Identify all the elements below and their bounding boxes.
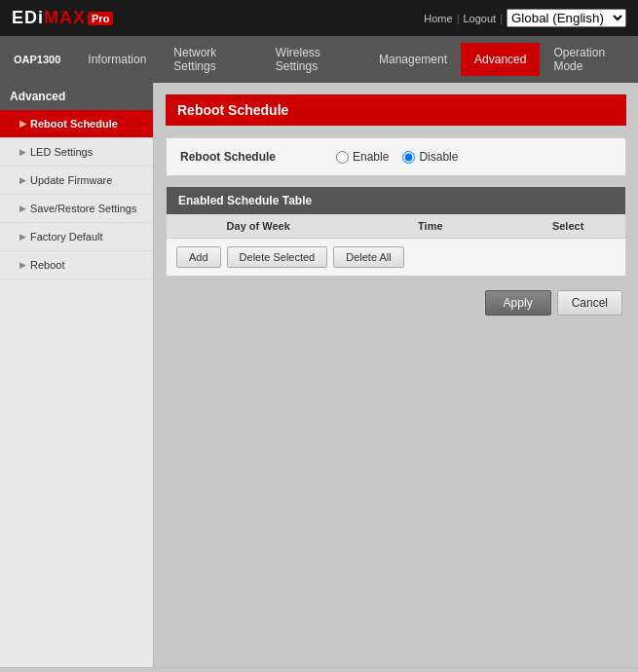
arrow-icon: ▶: [19, 119, 26, 129]
logo-text: EDiMAX: [12, 8, 86, 28]
main-layout: Advanced ▶ Reboot Schedule ▶ LED Setting…: [0, 83, 638, 667]
delete-selected-button[interactable]: Delete Selected: [227, 246, 328, 268]
sep2: |: [500, 13, 503, 24]
arrow-icon-firmware: ▶: [19, 175, 26, 185]
arrow-icon-led: ▶: [19, 147, 26, 157]
page-title: Reboot Schedule: [166, 94, 626, 126]
arrow-icon-save: ▶: [19, 204, 26, 213]
schedule-table-section: Enabled Schedule Table Day of Week Time …: [166, 186, 626, 277]
logo-pro: Pro: [88, 12, 113, 25]
sidebar: Advanced ▶ Reboot Schedule ▶ LED Setting…: [0, 83, 154, 667]
content-area: Reboot Schedule Reboot Schedule Enable D…: [154, 83, 638, 667]
enable-radio[interactable]: [336, 151, 349, 164]
footer: Copyright 2017 © EDIMAX Technology Co., …: [0, 667, 638, 672]
sidebar-item-led-settings[interactable]: ▶ LED Settings: [0, 138, 153, 167]
sidebar-item-update-firmware[interactable]: ▶ Update Firmware: [0, 167, 153, 195]
sep1: |: [457, 13, 460, 24]
language-select[interactable]: Global (English) Global (Chinese) Global…: [507, 9, 626, 27]
cancel-button[interactable]: Cancel: [557, 290, 622, 316]
sidebar-label-led-settings: LED Settings: [30, 146, 93, 158]
navbar: OAP1300 Information Network Settings Wir…: [0, 36, 638, 83]
apply-button[interactable]: Apply: [485, 290, 551, 316]
reboot-schedule-row: Reboot Schedule Enable Disable: [167, 138, 625, 175]
col-header-time: Time: [350, 214, 510, 239]
sidebar-title: Advanced: [0, 83, 153, 110]
device-name-label: OAP1300: [0, 54, 74, 65]
disable-radio-label[interactable]: Disable: [402, 150, 458, 164]
enable-radio-label[interactable]: Enable: [336, 150, 389, 164]
schedule-table: Day of Week Time Select: [167, 214, 625, 239]
disable-radio[interactable]: [402, 151, 415, 164]
disable-label: Disable: [419, 150, 458, 164]
table-actions: Add Delete Selected Delete All: [167, 239, 625, 276]
table-title: Enabled Schedule Table: [167, 187, 625, 214]
delete-all-button[interactable]: Delete All: [333, 246, 403, 268]
table-header-row: Day of Week Time Select: [167, 214, 625, 239]
header: EDiMAX Pro Home | Logout | Global (Engli…: [0, 0, 638, 36]
enable-label: Enable: [353, 150, 389, 164]
footer-actions: Apply Cancel: [166, 290, 626, 316]
reboot-schedule-label: Reboot Schedule: [180, 150, 336, 164]
sidebar-item-reboot[interactable]: ▶ Reboot: [0, 251, 153, 280]
nav-information[interactable]: Information: [74, 43, 160, 76]
logo: EDiMAX Pro: [12, 8, 113, 28]
col-header-day: Day of Week: [167, 214, 350, 239]
sidebar-label-reboot-schedule: Reboot Schedule: [30, 118, 118, 130]
reboot-schedule-radio-group: Enable Disable: [336, 150, 458, 164]
sidebar-item-factory-default[interactable]: ▶ Factory Default: [0, 223, 153, 251]
sidebar-label-reboot: Reboot: [30, 259, 64, 271]
nav-wireless-settings[interactable]: Wireless Settings: [262, 36, 365, 83]
nav-network-settings[interactable]: Network Settings: [160, 36, 261, 83]
sidebar-item-reboot-schedule[interactable]: ▶ Reboot Schedule: [0, 110, 153, 138]
home-link[interactable]: Home: [424, 13, 452, 24]
sidebar-label-save-restore: Save/Restore Settings: [30, 203, 136, 214]
header-links: Home | Logout | Global (English) Global …: [424, 9, 626, 27]
sidebar-item-save-restore[interactable]: ▶ Save/Restore Settings: [0, 195, 153, 223]
nav-management[interactable]: Management: [365, 43, 461, 76]
col-header-select: Select: [510, 214, 625, 239]
nav-operation-mode[interactable]: Operation Mode: [540, 36, 638, 83]
nav-advanced[interactable]: Advanced: [461, 43, 540, 76]
arrow-icon-reboot: ▶: [19, 260, 26, 270]
reboot-schedule-section: Reboot Schedule Enable Disable: [166, 137, 626, 176]
arrow-icon-factory: ▶: [19, 232, 26, 242]
sidebar-label-update-firmware: Update Firmware: [30, 174, 112, 186]
logout-link[interactable]: Logout: [463, 13, 496, 24]
sidebar-label-factory-default: Factory Default: [30, 231, 103, 243]
add-button[interactable]: Add: [176, 246, 221, 268]
